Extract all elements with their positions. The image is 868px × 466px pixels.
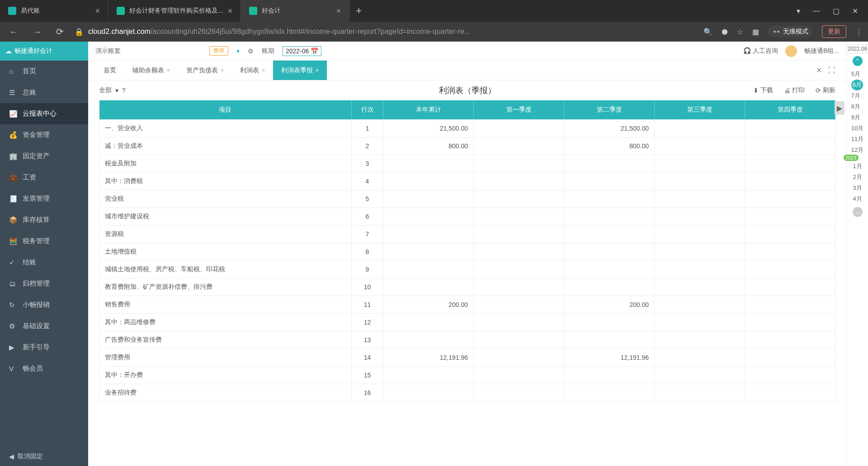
month-button[interactable]: 6月: [851, 80, 863, 90]
table-row[interactable]: 营业税5: [99, 190, 835, 208]
sidebar-item[interactable]: 💼工资: [0, 167, 88, 188]
support-button[interactable]: 🎧 人工咨询: [743, 47, 778, 55]
app-tab[interactable]: 利润表×: [232, 61, 273, 80]
close-icon[interactable]: ×: [221, 67, 224, 74]
zoom-icon[interactable]: 🔍: [703, 28, 712, 36]
extension-icon[interactable]: ⬢: [722, 28, 728, 36]
app-tab[interactable]: 首页: [95, 61, 124, 80]
table-row[interactable]: 城镇土地使用税、房产税、车船税、印花税9: [99, 261, 835, 278]
table-row[interactable]: 销售费用11200.00200.00: [99, 296, 835, 314]
table-row[interactable]: 土地增值税8: [99, 243, 835, 261]
sidebar-item[interactable]: 📦库存核算: [0, 209, 88, 231]
scroll-down-button[interactable]: ⌄: [853, 207, 863, 217]
month-button[interactable]: 5月: [851, 69, 863, 80]
sidebar-item[interactable]: ☰总账: [0, 82, 88, 103]
app-tab[interactable]: 利润表季报×: [273, 61, 327, 80]
month-button[interactable]: 3月: [853, 183, 862, 193]
scroll-right-button[interactable]: ▶: [835, 101, 844, 115]
fullscreen-icon[interactable]: ⛶: [828, 66, 835, 75]
month-button[interactable]: 11月: [851, 134, 863, 145]
month-button[interactable]: 9月: [851, 112, 863, 123]
year-label[interactable]: 2022.06: [846, 44, 868, 53]
print-button[interactable]: 🖨打印: [784, 86, 805, 94]
close-icon[interactable]: ×: [336, 6, 341, 16]
table-row[interactable]: 广告费和业务宣传费13: [99, 331, 835, 349]
filter-dropdown[interactable]: 全部 ▾ ?: [99, 86, 126, 94]
sidebar-item[interactable]: ⚙基础设置: [0, 315, 88, 337]
browser-tab[interactable]: 好会计 ×: [241, 0, 349, 22]
month-button[interactable]: 7月: [851, 90, 863, 101]
table-row[interactable]: 管理费用1412,191.9612,191.96: [99, 349, 835, 367]
table-row[interactable]: 教育费附加、矿产资源补偿费、排污费10: [99, 278, 835, 296]
table-row[interactable]: 其中：开办费15: [99, 367, 835, 384]
sidebar-item[interactable]: 🗂归档管理: [0, 273, 88, 294]
gear-icon[interactable]: ⚙: [248, 47, 254, 55]
table-row[interactable]: 资源税7: [99, 226, 835, 243]
close-icon[interactable]: ✕: [852, 7, 858, 15]
minimize-icon[interactable]: —: [813, 7, 820, 15]
cell: [564, 367, 655, 384]
logo-icon: ☁: [5, 47, 12, 55]
table-row[interactable]: 城市维护建设税6: [99, 208, 835, 226]
address-bar[interactable]: 🔒 cloud2.chanjet.com/accounting/uh26t264…: [75, 28, 696, 36]
maximize-icon[interactable]: ▢: [833, 7, 840, 15]
app-tab[interactable]: 辅助余额表×: [124, 61, 178, 80]
logo[interactable]: ☁ 畅捷通好会计: [0, 42, 88, 61]
account-selector[interactable]: 演示账套: [95, 47, 121, 55]
table-row[interactable]: 业务招待费16: [99, 384, 835, 402]
help-icon[interactable]: ?: [122, 87, 126, 94]
sidebar-item[interactable]: 📈云报表中心: [0, 103, 88, 124]
period-picker[interactable]: 2022-06 📅: [283, 46, 321, 56]
star-icon[interactable]: ☆: [737, 28, 743, 36]
month-button[interactable]: 12月: [851, 145, 863, 155]
refresh-button[interactable]: ⟳刷新: [816, 86, 835, 94]
close-icon[interactable]: ×: [95, 6, 100, 16]
month-button[interactable]: 1月: [853, 161, 862, 172]
sidebar-item[interactable]: 💰资金管理: [0, 124, 88, 146]
update-button[interactable]: 更新: [822, 25, 846, 38]
disable-button[interactable]: 禁用: [209, 46, 228, 56]
month-button[interactable]: 2月: [853, 172, 862, 183]
avatar[interactable]: [785, 45, 797, 57]
browser-tab[interactable]: 好会计财务管理软件购买价格及... ×: [108, 0, 241, 22]
reload-button[interactable]: ⟳: [52, 24, 67, 39]
back-button[interactable]: ←: [5, 25, 22, 39]
forward-button[interactable]: →: [29, 25, 45, 39]
month-button[interactable]: 8月: [851, 101, 863, 112]
puzzle-icon[interactable]: ▦: [752, 28, 759, 36]
sidebar-item[interactable]: 🧾发票管理: [0, 188, 88, 209]
sidebar-item[interactable]: ⌂首页: [0, 61, 88, 82]
username[interactable]: 畅捷通B组...: [804, 47, 839, 55]
sidebar-item[interactable]: ▶新手引导: [0, 337, 88, 358]
sidebar-item[interactable]: ↻小畅报销: [0, 294, 88, 315]
browser-tab[interactable]: 易代账 ×: [0, 0, 108, 22]
table-row[interactable]: 减：营业成本2800.00800.00: [99, 137, 835, 155]
month-button[interactable]: 10月: [851, 123, 863, 134]
close-icon[interactable]: ×: [316, 67, 319, 74]
close-all-icon[interactable]: ✕: [816, 66, 822, 75]
table-row[interactable]: 一、营业收入121,500.0021,500.00: [99, 120, 835, 137]
sidebar-item[interactable]: ✓结账: [0, 252, 88, 273]
app-tab[interactable]: 资产负债表×: [178, 61, 232, 80]
scroll-up-button[interactable]: ⌃: [853, 56, 863, 66]
cell: [383, 243, 474, 261]
close-icon[interactable]: ×: [228, 6, 233, 16]
sidebar-item[interactable]: V畅会员: [0, 358, 88, 379]
menu-icon[interactable]: ⋮: [855, 28, 863, 36]
table-row[interactable]: 其中：消费税4: [99, 173, 835, 190]
pin-icon: ◀: [9, 453, 14, 460]
cell: 10: [352, 278, 383, 296]
table-row[interactable]: 税金及附加3: [99, 155, 835, 173]
close-icon[interactable]: ×: [262, 67, 265, 74]
download-button[interactable]: ⬇下载: [753, 86, 773, 94]
chevron-down-icon[interactable]: ▾: [797, 7, 800, 15]
cell: [564, 384, 655, 402]
close-icon[interactable]: ×: [167, 67, 170, 74]
unpin-button[interactable]: ◀ 取消固定: [0, 447, 88, 466]
sidebar-item[interactable]: 🏢固定资产: [0, 146, 88, 167]
chevron-down-icon[interactable]: ▾: [236, 47, 240, 55]
new-tab-button[interactable]: +: [349, 0, 368, 22]
sidebar-item[interactable]: 🧮税务管理: [0, 231, 88, 252]
table-row[interactable]: 其中：商品维修费12: [99, 314, 835, 331]
month-button[interactable]: 4月: [853, 193, 862, 204]
